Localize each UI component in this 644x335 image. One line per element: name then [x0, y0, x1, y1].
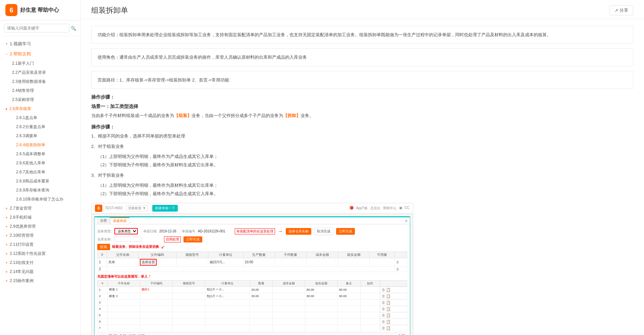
mock-th2-op: [380, 280, 407, 286]
nav-sub-item-2-4[interactable]: 2.4销售管理: [0, 86, 80, 95]
step2-1-text: （1）上部明细为父件明细，最终作为产成品生成其它入库单；: [91, 153, 633, 161]
mock-date-label: 单据日期: [143, 229, 157, 234]
nav-sub-item-2-6-3[interactable]: 2.6.3调拨单: [0, 131, 80, 141]
nav-item-docs[interactable]: − 2.帮助文档: [0, 49, 80, 59]
plus-icon: +: [5, 279, 8, 283]
nav-sub-item-2-9[interactable]: + 2.9优惠券管理: [0, 222, 80, 231]
mock-td-del[interactable]: 🗑: [395, 258, 407, 266]
annotation-arrow-1: →: [278, 228, 283, 234]
mock-tab-self[interactable]: 自责: [97, 217, 110, 224]
steps-subtitle: 操作步骤：: [91, 124, 633, 130]
nav-sub-item-2-15[interactable]: + 2.15操作案例: [0, 276, 80, 285]
nav-sub-item-2-11[interactable]: + 2.11打印设置: [0, 240, 80, 249]
nav-sub-label: 2.3使用前数据准备: [12, 79, 46, 84]
nav-sub-item-2-13[interactable]: + 2.13在线支付: [0, 258, 80, 267]
mock-table-row-1: 1 关米 选择设置 箱(3斤/1... 10.00: [98, 258, 407, 266]
step3-2-text: （2）下部明细为子件明细，最终作为产成品生成其它入库单。: [91, 190, 633, 198]
plus-icon: +: [5, 242, 8, 247]
nav-sub-item-2-1[interactable]: 2.1新手入门: [0, 59, 80, 68]
nav-item-video[interactable]: + 1.视频学习: [0, 39, 80, 49]
main-header: 组装拆卸单 ↗ 分享: [80, 0, 644, 19]
plus-icon: +: [5, 42, 8, 46]
mock-type-label: 业务类型:: [97, 229, 112, 234]
mock-type-select[interactable]: 业务类型 组装 拆卸: [114, 228, 138, 234]
sidebar: 6 好生意 帮助中心 🔍 + 1.视频学习 − 2.帮助文档 2.1新手入门 2…: [0, 0, 80, 335]
mock-td-cost: [307, 258, 338, 266]
mock-td-spec: [176, 258, 208, 266]
nav-sub-item-2-6-7[interactable]: 2.6.7其他出库单: [0, 168, 80, 177]
search-icon[interactable]: 🔍: [71, 26, 76, 31]
mock-th2-num: #: [98, 280, 108, 286]
plus-icon: +: [5, 215, 8, 220]
mock-td-verify: [338, 258, 370, 266]
nav-sub-item-2-6[interactable]: ● 2.6库存核算: [0, 104, 80, 113]
mock-close-btn[interactable]: ✕: [405, 219, 408, 223]
mock-td-del2[interactable]: 🗑: [395, 266, 407, 272]
mock-btn-ok[interactable]: 立即完成: [183, 236, 202, 242]
nav-sub-label: 2.6.6其他入库单: [16, 161, 45, 165]
sidebar-logo: 6 好生意 帮助中心: [0, 0, 80, 20]
mock-btn-cancel[interactable]: 取消完成: [314, 228, 333, 235]
nav-sub-label: 2.6.4组装拆卸单: [16, 143, 45, 147]
mock-th2-num2: 数量: [250, 280, 273, 286]
nav-sub-item-2-2[interactable]: 2.2产品安装及登录: [0, 68, 80, 77]
nav-sub-label: 2.6.9库存账本查询: [16, 188, 49, 192]
mock-app-id: TEST-H002: [105, 206, 122, 210]
app-logo-text: 好生意 帮助中心: [20, 7, 59, 14]
mock-form-row1: 业务类型: 业务类型 组装 拆卸 单据日期 2019-12-26 单据编号 AD…: [97, 228, 407, 235]
mock-td-name: 关米: [107, 258, 138, 266]
mock-th2-verify: 核实金额: [305, 280, 338, 286]
nav-sub-label: 2.4销售管理: [12, 88, 34, 93]
mock-lower-row-1: 1粮食 1 额外1 包(1斤 + 小... 30.0080.0080.00 🗑📋: [98, 286, 407, 293]
mock-table-row-2: 2 🗑: [98, 266, 407, 272]
mock-th2-pcode: 子件编码: [140, 280, 173, 286]
nav-sub-item-2-10[interactable]: + 2.10经营管理: [0, 231, 80, 240]
mock-th-cost: 成本金额: [307, 252, 338, 258]
mock-th-verify: 核实金额: [338, 252, 370, 258]
nav-sub-item-2-3[interactable]: 2.3使用前数据准备: [0, 77, 80, 86]
nav-sub-item-2-6-9[interactable]: 2.6.9库存账本查询: [0, 186, 80, 195]
nav-sub-label: 2.11打印设置: [10, 242, 34, 247]
nav-sub-item-2-12[interactable]: + 2.12系统个性化设置: [0, 249, 80, 258]
plus-icon: +: [5, 233, 8, 238]
mock-wh-input[interactable]: [114, 237, 141, 242]
scenario-desc: 当由多个子件材料组装成一个成品的业务为【组装】业务，当由一个父件拆分成多个子产品…: [91, 112, 633, 120]
mock-lower-row-5: 5 🗑📋: [98, 312, 407, 319]
nav-sub-label: 2.5采购管理: [12, 97, 34, 102]
nav-sub-item-2-6-1[interactable]: 2.6.1盘点单: [0, 113, 80, 122]
operations-title: 操作步骤：: [91, 94, 633, 100]
nav-sub-item-2-6-6[interactable]: 2.6.6其他入库单: [0, 159, 80, 168]
mock-btn-save[interactable]: 立即完成: [336, 228, 355, 235]
nav-sub-item-2-6-8[interactable]: 2.6.8商品成本重算: [0, 177, 80, 186]
step3-text: 3、对于拆装业务: [91, 171, 633, 180]
intro-block: 功能介绍：组装拆卸单用来处理企业组装或拆卸等加工业务，支持有固定装配清单的产品加…: [91, 26, 633, 44]
mock-td-prod: 10.00: [243, 258, 275, 266]
nav-sub-label: 2.6.8商品成本重算: [16, 179, 49, 183]
mock-th-name: 父件名称: [107, 252, 138, 258]
mock-code-label: 单据编号: [182, 229, 195, 234]
nav-sub-item-2-7[interactable]: + 2.7资金管理: [0, 204, 80, 213]
nav-sub-label: 2.2产品安装及登录: [12, 70, 46, 75]
mock-btn-new[interactable]: 新建单据一下: [152, 205, 178, 212]
nav-sub-item-2-8[interactable]: + 2.8手机旺铺: [0, 213, 80, 222]
share-button[interactable]: ↗ 分享: [609, 5, 633, 15]
operations-section: 操作步骤： 场景一：加工类型选择 当由多个子件材料组装成一个成品的业务为【组装】…: [91, 94, 633, 198]
nav-sub-item-2-5[interactable]: 2.5采购管理: [0, 95, 80, 104]
mock-td-child: [275, 258, 306, 266]
mock-lower-row-2: 2粮食 2 包(1斤 + 小... 30.0080.0080.00 🗑📋: [98, 293, 407, 299]
mock-btn-confirm[interactable]: 选择仓库名称: [286, 228, 311, 235]
nav-sub-item-2-6-2[interactable]: 2.6.2分量盘点单: [0, 122, 80, 131]
search-input[interactable]: [4, 24, 69, 33]
mock-lower-row-3: 3 🗑📋: [98, 299, 407, 306]
nav-sub-item-2-6-10[interactable]: 2.6.10库存账本错了怎么办: [0, 195, 80, 204]
mock-th2-remark: 备注: [337, 280, 360, 286]
nav-sub-label: 2.15操作案例: [10, 278, 34, 284]
nav-sub-item-2-6-4[interactable]: 2.6.4组装拆卸单: [0, 141, 80, 150]
nav-sub-item-2-6-5[interactable]: 2.6.5成本调整单: [0, 150, 80, 159]
mock-th2-cost: 成本金额: [273, 280, 305, 286]
step1-text: 1、根据不同的业务，选择不同单据的类型来处理: [91, 132, 633, 141]
nav-sub-label: 2.12系统个性化设置: [10, 251, 46, 257]
mock-tab-new[interactable]: 新建单据: [110, 217, 129, 224]
nav-sub-item-2-14[interactable]: + 2.14常见问题: [0, 267, 80, 276]
mock-th2-action: 如何: [360, 280, 380, 286]
